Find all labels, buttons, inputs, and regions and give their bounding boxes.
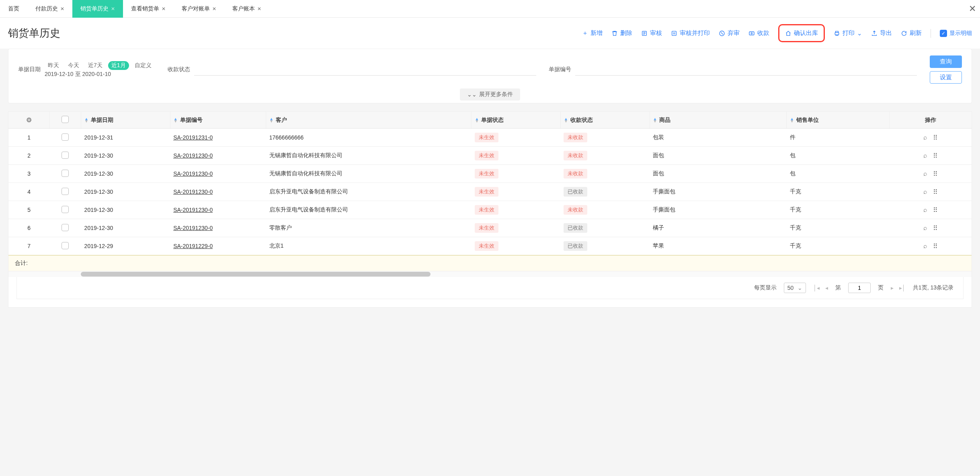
per-page-select[interactable]: 50 ⌄ <box>784 283 806 293</box>
add-button[interactable]: ＋ 新增 <box>582 29 603 37</box>
unaudit-button[interactable]: 弃审 <box>719 29 740 37</box>
header-settings[interactable]: ⚙ <box>8 112 49 129</box>
tab[interactable]: 付款历史✕ <box>27 0 72 18</box>
date-quick-today[interactable]: 今天 <box>65 61 82 70</box>
row-code[interactable]: SA-20191230-0 <box>170 219 266 237</box>
expand-more-button[interactable]: ⌄⌄ 展开更多条件 <box>460 88 520 101</box>
receipt-button[interactable]: 收款 <box>748 29 769 37</box>
confirm-outbound-button[interactable]: 确认出库 <box>778 24 825 42</box>
header-pay-status[interactable]: ▲▼收款状态 <box>560 112 650 129</box>
table-row[interactable]: 32019-12-30SA-20191230-0无锡康哲自动化科技有限公司未生效… <box>8 165 972 183</box>
delete-button[interactable]: 删除 <box>611 29 632 37</box>
table-row[interactable]: 72019-12-29SA-20191229-0北京1未生效已收款苹果千克⌕⠿ <box>8 237 972 256</box>
close-all-tabs-icon[interactable]: ✕ <box>969 4 976 14</box>
row-code[interactable]: SA-20191230-0 <box>170 201 266 219</box>
row-code[interactable]: SA-20191230-0 <box>170 165 266 183</box>
close-icon[interactable]: ✕ <box>257 6 261 12</box>
print-button[interactable]: 打印 ⌄ <box>834 29 862 37</box>
view-detail-icon[interactable]: ⌕ <box>923 152 927 160</box>
header-unit[interactable]: ▲▼销售单位 <box>787 112 890 129</box>
row-checkbox[interactable] <box>49 201 81 219</box>
date-quick-last7[interactable]: 近7天 <box>85 61 106 70</box>
row-customer: 启东升亚电气设备制造有限公司 <box>266 201 472 219</box>
more-actions-icon[interactable]: ⠿ <box>933 134 938 142</box>
pager-first-icon[interactable]: │◂ <box>813 285 820 291</box>
row-checkbox[interactable] <box>49 165 81 183</box>
pager-next-icon[interactable]: ▸ <box>891 285 894 291</box>
row-customer: 零散客户 <box>266 219 472 237</box>
more-actions-icon[interactable]: ⠿ <box>933 242 938 250</box>
row-code[interactable]: SA-20191230-0 <box>170 183 266 201</box>
row-ops: ⌕⠿ <box>889 165 972 183</box>
header-date[interactable]: ▲▼单据日期 <box>81 112 170 129</box>
page-prefix: 第 <box>835 284 841 291</box>
header-code[interactable]: ▲▼单据编号 <box>170 112 266 129</box>
close-icon[interactable]: ✕ <box>162 6 166 12</box>
show-detail-toggle[interactable]: ✓ 显示明细 <box>940 30 972 37</box>
header-product[interactable]: ▲▼商品 <box>650 112 787 129</box>
scrollbar-thumb[interactable] <box>81 272 431 277</box>
tab[interactable]: 查看销货单✕ <box>123 0 174 18</box>
page-input[interactable] <box>848 283 871 293</box>
more-actions-icon[interactable]: ⠿ <box>933 152 938 160</box>
audit-button[interactable]: 审核 <box>641 29 662 37</box>
view-detail-icon[interactable]: ⌕ <box>923 242 927 250</box>
row-checkbox[interactable] <box>49 183 81 201</box>
sort-icon: ▲▼ <box>174 118 178 123</box>
row-checkbox[interactable] <box>49 219 81 237</box>
query-button[interactable]: 查询 <box>930 55 962 68</box>
row-unit: 包 <box>787 165 890 183</box>
audit-print-button[interactable]: 审核并打印 <box>671 29 710 37</box>
more-actions-icon[interactable]: ⠿ <box>933 170 938 178</box>
view-detail-icon[interactable]: ⌕ <box>923 170 927 178</box>
pay-state-select[interactable] <box>194 64 536 76</box>
row-code[interactable]: SA-20191231-0 <box>170 129 266 147</box>
tab[interactable]: 客户账本✕ <box>224 0 269 18</box>
setting-button[interactable]: 设置 <box>930 71 962 84</box>
pager-prev-icon[interactable]: ◂ <box>825 285 828 291</box>
row-code[interactable]: SA-20191230-0 <box>170 147 266 165</box>
view-detail-icon[interactable]: ⌕ <box>923 206 927 214</box>
per-page-label: 每页显示 <box>754 284 777 291</box>
row-code[interactable]: SA-20191229-0 <box>170 237 266 256</box>
confirm-out-label: 确认出库 <box>794 29 818 37</box>
view-detail-icon[interactable]: ⌕ <box>923 134 927 142</box>
table-row[interactable]: 12019-12-31SA-20191231-017666666666未生效未收… <box>8 129 972 147</box>
header-checkbox[interactable] <box>49 112 81 129</box>
table-row[interactable]: 22019-12-30SA-20191230-0无锡康哲自动化科技有限公司未生效… <box>8 147 972 165</box>
table-row[interactable]: 52019-12-30SA-20191230-0启东升亚电气设备制造有限公司未生… <box>8 201 972 219</box>
checkbox-icon <box>62 152 69 159</box>
date-quick-yesterday[interactable]: 昨天 <box>45 61 62 70</box>
table-row[interactable]: 42019-12-30SA-20191230-0启东升亚电气设备制造有限公司未生… <box>8 183 972 201</box>
header-doc-status[interactable]: ▲▼单据状态 <box>472 112 561 129</box>
view-detail-icon[interactable]: ⌕ <box>923 188 927 196</box>
header-customer[interactable]: ▲▼客户 <box>266 112 472 129</box>
date-quick-last1m[interactable]: 近1月 <box>108 61 129 70</box>
tab[interactable]: 客户对账单✕ <box>174 0 224 18</box>
row-doc-status: 未生效 <box>472 237 561 256</box>
filter-docno-label: 单据编号 <box>549 66 571 73</box>
row-checkbox[interactable] <box>49 129 81 147</box>
export-button[interactable]: 导出 <box>871 29 892 37</box>
date-quick-custom[interactable]: 自定义 <box>131 61 155 70</box>
doc-no-input[interactable] <box>575 64 917 76</box>
view-detail-icon[interactable]: ⌕ <box>923 224 927 232</box>
tab[interactable]: 销货单历史✕ <box>72 0 123 18</box>
horizontal-scrollbar[interactable] <box>8 271 972 277</box>
date-range[interactable]: 2019-12-10 至 2020-01-10 <box>45 71 111 78</box>
row-ops: ⌕⠿ <box>889 147 972 165</box>
row-checkbox[interactable] <box>49 147 81 165</box>
tab[interactable]: 首页 <box>0 0 27 18</box>
more-actions-icon[interactable]: ⠿ <box>933 206 938 214</box>
more-actions-icon[interactable]: ⠿ <box>933 224 938 232</box>
close-icon[interactable]: ✕ <box>111 6 115 12</box>
refresh-button[interactable]: 刷新 <box>901 29 922 37</box>
export-label: 导出 <box>880 29 892 37</box>
close-icon[interactable]: ✕ <box>60 6 64 12</box>
row-checkbox[interactable] <box>49 237 81 256</box>
close-icon[interactable]: ✕ <box>212 6 216 12</box>
pager-last-icon[interactable]: ▸│ <box>899 285 906 291</box>
page-suffix: 页 <box>878 284 884 291</box>
more-actions-icon[interactable]: ⠿ <box>933 188 938 196</box>
table-row[interactable]: 62019-12-30SA-20191230-0零散客户未生效已收款橘子千克⌕⠿ <box>8 219 972 237</box>
